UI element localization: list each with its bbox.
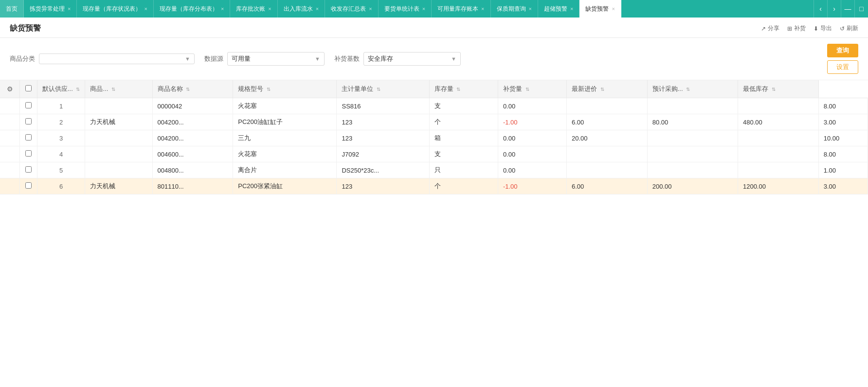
tab-home[interactable]: 首页 xyxy=(0,0,24,18)
tab-collect-summary[interactable]: 收发存汇总表 × xyxy=(325,0,378,18)
row-unit-cell: 箱 xyxy=(429,130,498,146)
row-checkbox-cell[interactable] xyxy=(20,98,37,114)
share-action[interactable]: ↗ 分享 xyxy=(761,24,779,33)
row-min-stock-cell: 1.00 xyxy=(818,162,868,178)
row-unit-cell: 支 xyxy=(429,98,498,114)
row-est-purchase-cell xyxy=(738,98,818,114)
close-tab-collect-summary[interactable]: × xyxy=(369,6,372,12)
col-replenish-qty-header[interactable]: 补货量 ⇅ xyxy=(498,80,566,98)
row-product-code-cell: 0000042 xyxy=(152,98,233,114)
category-filter-label: 商品分类 xyxy=(10,54,35,63)
row-checkbox-4[interactable] xyxy=(25,166,32,173)
close-tab-exception[interactable]: × xyxy=(68,6,71,12)
sort-product-name-icon: ⇅ xyxy=(186,87,190,92)
col-unit-label: 主计量单位 xyxy=(342,85,373,92)
row-spec-cell: 123 xyxy=(337,130,429,146)
col-est-purchase-header[interactable]: 预计采购... ⇅ xyxy=(647,80,738,98)
close-tab-available-ledger[interactable]: × xyxy=(481,6,484,12)
row-checkbox-3[interactable] xyxy=(25,150,32,157)
window-maximize-button[interactable]: □ xyxy=(854,0,868,18)
category-filter-select[interactable]: ▼ xyxy=(39,53,195,64)
row-checkbox-cell[interactable] xyxy=(20,146,37,162)
col-replenish-qty-label: 补货量 xyxy=(503,85,522,92)
row-replenish-qty-cell xyxy=(567,146,648,162)
tab-next-button[interactable]: › xyxy=(827,0,841,18)
col-product-name-header[interactable]: 商品名称 ⇅ xyxy=(152,80,233,98)
row-min-stock-cell: 3.00 xyxy=(818,114,868,130)
row-default-supplier-cell: 力天机械 xyxy=(85,178,152,194)
table-row: 6 力天机械 801110... PC200张紧油缸 123 个 -1.00 6… xyxy=(0,178,868,194)
row-stock-cell: -1.00 xyxy=(498,178,566,194)
query-button[interactable]: 查询 xyxy=(827,44,858,57)
tab-expiry-query[interactable]: 保质期查询 × xyxy=(491,0,538,18)
col-min-stock-header[interactable]: 最低库存 ⇅ xyxy=(738,80,818,98)
col-settings-header[interactable]: ⚙ xyxy=(0,80,20,98)
close-tab-batch-account[interactable]: × xyxy=(268,6,271,12)
row-checkbox-cell[interactable] xyxy=(20,162,37,178)
row-index-cell: 5 xyxy=(37,162,85,178)
row-default-supplier-cell xyxy=(85,130,152,146)
col-default-supplier-header[interactable]: 默认供应... ⇅ xyxy=(37,80,85,98)
close-tab-demand-stats[interactable]: × xyxy=(422,6,425,12)
header-actions: ↗ 分享 ⊞ 补货 ⬇ 导出 ↺ 刷新 xyxy=(761,24,858,33)
select-all-checkbox[interactable] xyxy=(25,85,32,91)
row-replenish-qty-cell xyxy=(567,98,648,114)
table-row: 3 004200... 三九 123 箱 0.00 20.00 10.00 xyxy=(0,130,868,146)
tab-inventory-dist[interactable]: 现存量（库存分布表） × xyxy=(154,0,230,18)
category-filter-group: 商品分类 ▼ xyxy=(10,53,195,64)
main-content: 缺货预警 ↗ 分享 ⊞ 补货 ⬇ 导出 ↺ 刷新 商品分类 xyxy=(0,18,868,387)
replenish-action[interactable]: ⊞ 补货 xyxy=(787,24,806,33)
row-settings-cell xyxy=(0,178,20,194)
tab-shortage[interactable]: 缺货预警 × xyxy=(579,0,621,18)
row-checkbox-5[interactable] xyxy=(25,182,32,189)
datasource-filter-select[interactable]: 可用量 ▼ xyxy=(227,52,325,66)
tab-available-ledger[interactable]: 可用量库存账本 × xyxy=(432,0,490,18)
refresh-action[interactable]: ↺ 刷新 xyxy=(840,24,858,33)
row-default-supplier-cell xyxy=(85,146,152,162)
window-minimize-button[interactable]: — xyxy=(841,0,854,18)
replenish-base-filter-select[interactable]: 安全库存 ▼ xyxy=(363,52,461,66)
row-checkbox-1[interactable] xyxy=(25,118,32,124)
export-action[interactable]: ⬇ 导出 xyxy=(814,24,832,33)
table-row: 4 004600... 火花塞 J7092 支 0.00 8.00 xyxy=(0,146,868,162)
tab-prev-button[interactable]: ‹ xyxy=(814,0,827,18)
tab-batch-account[interactable]: 库存批次账 × xyxy=(230,0,277,18)
row-min-stock-cell: 3.00 xyxy=(818,178,868,194)
close-tab-in-out-flow[interactable]: × xyxy=(316,6,319,12)
settings-button[interactable]: 设置 xyxy=(827,60,858,74)
col-latest-price-header[interactable]: 最新进价 ⇅ xyxy=(567,80,648,98)
row-min-stock-cell: 8.00 xyxy=(818,98,868,114)
row-checkbox-0[interactable] xyxy=(25,102,32,108)
tab-exception[interactable]: 拣货异常处理 × xyxy=(24,0,77,18)
page-title: 缺货预警 xyxy=(10,23,41,34)
close-tab-inventory-dist[interactable]: × xyxy=(221,6,224,12)
col-checkbox-header[interactable] xyxy=(20,80,37,98)
col-unit-header[interactable]: 主计量单位 ⇅ xyxy=(337,80,429,98)
filter-bar: 商品分类 ▼ 数据源 可用量 ▼ 补货基数 安全库存 ▼ 查询 设置 xyxy=(0,38,868,80)
tab-overstock[interactable]: 超储预警 × xyxy=(538,0,579,18)
row-checkbox-cell[interactable] xyxy=(20,130,37,146)
col-spec-header[interactable]: 规格型号 ⇅ xyxy=(233,80,337,98)
close-tab-shortage[interactable]: × xyxy=(612,6,615,12)
row-checkbox-cell[interactable] xyxy=(20,114,37,130)
row-index-cell: 6 xyxy=(37,178,85,194)
tab-in-out-flow[interactable]: 出入库流水 × xyxy=(278,0,325,18)
row-product-code-cell: 004600... xyxy=(152,146,233,162)
tab-demand-stats[interactable]: 要货单统计表 × xyxy=(379,0,432,18)
datasource-filter-value: 可用量 xyxy=(232,54,251,63)
tab-inventory-status[interactable]: 现存量（库存状况表） × xyxy=(77,0,153,18)
close-tab-expiry-query[interactable]: × xyxy=(529,6,532,12)
row-checkbox-2[interactable] xyxy=(25,134,32,141)
table-row: 2 力天机械 004200... PC200油缸缸子 123 个 -1.00 6… xyxy=(0,114,868,130)
sort-default-supplier-icon: ⇅ xyxy=(76,87,80,92)
close-tab-inventory-status[interactable]: × xyxy=(144,6,147,12)
row-index-cell: 4 xyxy=(37,146,85,162)
col-stock-header[interactable]: 库存量 ⇅ xyxy=(429,80,498,98)
row-checkbox-cell[interactable] xyxy=(20,178,37,194)
row-settings-cell xyxy=(0,114,20,130)
row-product-name-cell: PC200张紧油缸 xyxy=(233,178,337,194)
row-est-purchase-cell: 480.00 xyxy=(738,114,818,130)
close-tab-overstock[interactable]: × xyxy=(570,6,573,12)
settings-gear-icon[interactable]: ⚙ xyxy=(5,84,15,94)
col-product-code-header[interactable]: 商品... ⇅ xyxy=(85,80,152,98)
